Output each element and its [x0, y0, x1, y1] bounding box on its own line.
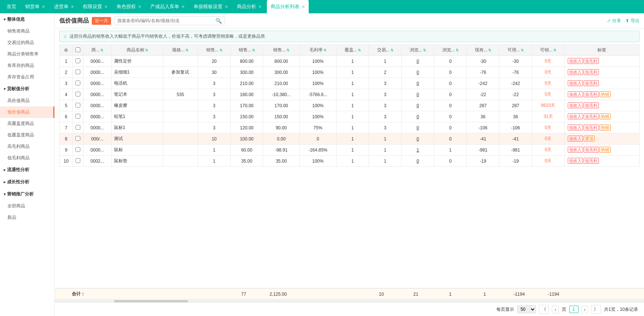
- row-browse1[interactable]: 0: [402, 111, 434, 122]
- row-checkbox[interactable]: [76, 69, 80, 74]
- col-current[interactable]: 现有...⇅: [467, 45, 499, 56]
- share-button[interactable]: ⤢ 分享: [607, 18, 621, 24]
- sidebar-item-high-margin[interactable]: 高毛利商品: [0, 141, 54, 152]
- browse1-link[interactable]: 0: [416, 70, 419, 75]
- search-icon[interactable]: 🔍: [215, 18, 222, 24]
- row-checkbox[interactable]: [76, 125, 80, 130]
- per-page-select[interactable]: 50 100 200: [517, 305, 536, 313]
- first-page-button[interactable]: 《: [539, 305, 549, 314]
- row-name[interactable]: 鼠标垫: [111, 156, 163, 167]
- browse1-link[interactable]: 0: [416, 125, 419, 130]
- tag-badge[interactable]: 低毛利: [584, 91, 599, 97]
- nav-goods-analysis[interactable]: 商品分析 ✕: [233, 0, 265, 13]
- tag-badge[interactable]: 热销: [600, 125, 611, 130]
- row-browse1[interactable]: 0: [402, 156, 434, 167]
- close-permission-icon[interactable]: ✕: [104, 4, 108, 9]
- time-tag-button[interactable]: 近一月: [92, 17, 111, 25]
- row-browse1[interactable]: 0: [402, 89, 434, 100]
- tag-badge[interactable]: 低收入: [568, 91, 583, 97]
- tag-badge[interactable]: 低毛利: [584, 113, 599, 119]
- browse1-link[interactable]: 0: [416, 136, 419, 142]
- tag-badge[interactable]: 置顶: [584, 136, 595, 142]
- row-browse1[interactable]: 0: [402, 78, 434, 89]
- tag-badge[interactable]: 热销: [600, 113, 611, 119]
- col-spec[interactable]: 规格...⇅: [163, 45, 198, 56]
- sidebar-item-low-coverage[interactable]: 低覆盖度商品: [0, 129, 54, 141]
- sidebar-item-low-margin[interactable]: 低毛利商品: [0, 152, 54, 164]
- col-gross-rate[interactable]: 毛利率⇅: [299, 45, 336, 56]
- tag-badge[interactable]: 低毛利: [584, 58, 599, 64]
- col-settings[interactable]: ⚙: [60, 45, 73, 56]
- row-browse1[interactable]: 0: [402, 133, 434, 145]
- close-goods-analysis-icon[interactable]: ✕: [258, 4, 262, 9]
- tag-badge[interactable]: 低毛利: [584, 147, 599, 153]
- col-name[interactable]: 商品名称⇅: [111, 45, 163, 56]
- col-code[interactable]: 商...⇅: [83, 45, 112, 56]
- nav-permission[interactable]: 权限设置 ✕: [79, 0, 111, 13]
- search-box[interactable]: 🔍: [114, 16, 225, 25]
- browse1-link[interactable]: 0: [416, 159, 419, 164]
- sidebar-group-circulation[interactable]: ▸ 流通性分析: [0, 164, 54, 176]
- row-checkbox[interactable]: [76, 158, 80, 163]
- row-checkbox[interactable]: [76, 136, 80, 141]
- sidebar-item-new-goods[interactable]: 新品: [0, 212, 54, 223]
- tag-badge[interactable]: 低收入: [568, 158, 583, 164]
- col-browse2[interactable]: 浏览...⇅: [434, 45, 467, 56]
- sidebar-item-high-coverage[interactable]: 高覆盖度商品: [0, 118, 54, 129]
- close-sales-icon[interactable]: ✕: [42, 4, 45, 9]
- row-name[interactable]: 鼠标: [111, 145, 163, 156]
- tag-badge[interactable]: 热销: [600, 147, 611, 153]
- nav-product-in[interactable]: 产成品入库单 ✕: [147, 0, 188, 13]
- sidebar-item-sales-goods[interactable]: 销售类商品: [0, 26, 54, 37]
- sidebar-item-high-value[interactable]: 高价值商品: [0, 95, 54, 106]
- row-browse1[interactable]: 0: [402, 56, 434, 67]
- row-checkbox[interactable]: [76, 103, 80, 108]
- tag-badge[interactable]: 低毛利: [584, 69, 599, 75]
- sidebar-item-category-sales[interactable]: 商品分类销售率: [0, 48, 54, 60]
- row-checkbox[interactable]: [76, 58, 80, 63]
- tag-badge[interactable]: 低收入: [568, 125, 583, 130]
- select-all-checkbox[interactable]: [76, 47, 80, 52]
- col-trade[interactable]: 交易...⇅: [369, 45, 402, 56]
- tag-badge[interactable]: 低毛利: [584, 158, 599, 164]
- nav-purchase[interactable]: 进货单 ✕: [50, 0, 78, 13]
- row-browse1[interactable]: 0: [402, 122, 434, 133]
- browse1-link[interactable]: 1: [416, 147, 419, 153]
- close-purchase-icon[interactable]: ✕: [71, 4, 74, 9]
- row-name[interactable]: 橡皮擦: [111, 100, 163, 111]
- export-button[interactable]: ⬆ 导出: [625, 18, 640, 24]
- sidebar-item-inventory-capital[interactable]: 库存资金占用: [0, 71, 54, 83]
- nav-sales[interactable]: 销货单 ✕: [21, 0, 49, 13]
- tag-badge[interactable]: 低收入: [568, 147, 583, 153]
- current-page[interactable]: 1: [569, 306, 578, 313]
- sidebar-group-growth[interactable]: ▸ 成长性分析: [0, 176, 54, 188]
- row-name[interactable]: 电话机: [111, 78, 163, 89]
- sidebar-group-marketing[interactable]: ▾ 营销推广分析: [0, 188, 54, 200]
- sidebar-item-traded-goods[interactable]: 交易过的商品: [0, 37, 54, 48]
- browse1-link[interactable]: 0: [416, 103, 419, 108]
- close-product-in-icon[interactable]: ✕: [181, 4, 185, 9]
- row-name[interactable]: 笔记本: [111, 89, 163, 100]
- close-goods-list-icon[interactable]: ✕: [302, 4, 305, 9]
- browse1-link[interactable]: 0: [416, 81, 419, 86]
- tag-badge[interactable]: 低毛利: [584, 125, 599, 130]
- tag-badge[interactable]: 低收入: [568, 69, 583, 75]
- tag-badge[interactable]: 低收入: [568, 102, 583, 108]
- close-role-icon[interactable]: ✕: [138, 4, 141, 9]
- col-available[interactable]: 可用...⇅: [499, 45, 532, 56]
- row-browse1[interactable]: 1: [402, 145, 434, 156]
- row-checkbox[interactable]: [76, 81, 80, 85]
- row-browse1[interactable]: 0: [402, 100, 434, 111]
- search-input[interactable]: [117, 18, 213, 23]
- browse1-link[interactable]: 0: [416, 114, 419, 119]
- sidebar-item-low-value[interactable]: 低价值商品: [0, 106, 54, 118]
- horizontal-scrollbar[interactable]: [114, 300, 188, 302]
- browse1-link[interactable]: 0: [416, 92, 419, 97]
- row-checkbox[interactable]: [76, 147, 80, 152]
- row-name[interactable]: 属性定价: [111, 56, 163, 67]
- col-sales-qty[interactable]: 销售...⇅: [198, 45, 231, 56]
- sidebar-group-contribution[interactable]: ▾ 贡献值分析: [0, 83, 54, 95]
- row-checkbox[interactable]: [76, 114, 80, 119]
- row-checkbox[interactable]: [76, 92, 80, 96]
- nav-home[interactable]: 首页: [3, 0, 20, 13]
